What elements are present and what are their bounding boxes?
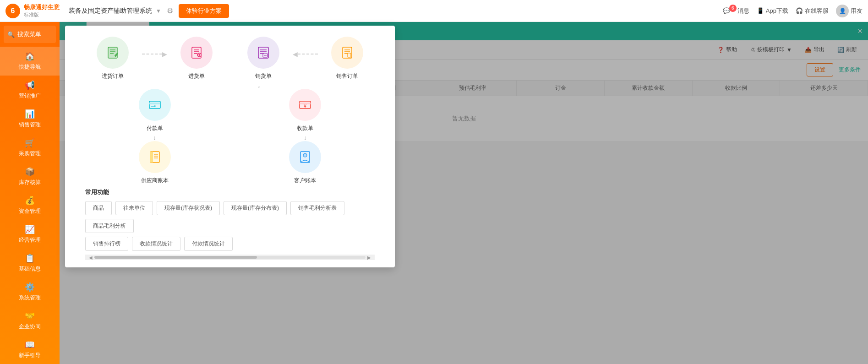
basic-info-icon: 📋 [25,253,35,263]
sidebar: 🔍 搜索菜单 🏠 快捷导航 📢 营销推广 📊 销售管理 🛒 采购管理 📦 库存核… [0,22,60,364]
svg-text:¥: ¥ [304,104,307,109]
sidebar-item-sales[interactable]: 📊 销售管理 [0,104,60,133]
dropdown-arrow-icon[interactable]: ▼ [156,8,161,14]
finance-icon: 💰 [25,196,35,206]
logo-icon: 6 [5,4,20,18]
modal-scrollbar[interactable]: ◀ ▶ [85,255,375,260]
sidebar-item-system[interactable]: ⚙️ 系统管理 [0,277,60,306]
cooperation-icon: 🤝 [25,311,35,321]
purchase-order-icon [97,37,129,69]
search-icon: 🔍 [7,31,15,38]
user-menu[interactable]: 👤 用友 [836,5,863,17]
sidebar-item-basic-info[interactable]: 📋 基础信息 [0,249,60,277]
scroll-left-icon[interactable]: ◀ [87,255,94,260]
common-func-title: 常用功能 [85,188,375,196]
message-button[interactable]: 💬 6 消息 [723,7,749,15]
header-right: 💬 6 消息 📱 App下载 🎧 在线客服 👤 用友 [723,5,863,17]
scrollbar-track[interactable] [94,256,366,259]
purchase-single-node[interactable]: 进货单 [169,37,224,80]
sidebar-item-inventory[interactable]: 📦 库存核算 [0,162,60,191]
flow-modal: 进货订单 ▶ [65,26,395,267]
customer-ledger-icon [289,141,321,173]
management-icon: 📈 [25,224,35,234]
func-btn-goods-profit[interactable]: 商品毛利分析 [85,219,134,233]
app-download-button[interactable]: 📱 App下载 [757,7,788,15]
system-icon: ⚙️ [25,282,35,292]
func-btn-stock-status[interactable]: 现存量(库存状况表) [157,201,220,215]
receipt-icon: ¥ [289,89,321,121]
trial-button[interactable]: 体验行业方案 [179,4,229,18]
sidebar-item-cooperation[interactable]: 🤝 企业协同 [0,306,60,335]
func-btn-receipt-stat[interactable]: 收款情况统计 [132,237,180,251]
headset-icon: 🎧 [796,7,803,14]
purchase-single-icon [180,37,213,69]
func-btn-goods[interactable]: 商品 [85,201,112,215]
logo-area: 6 畅康通好生意 标准版 [5,4,65,18]
receipt-node[interactable]: ¥ 收款单 [278,89,333,132]
payment-icon: ¥ [139,89,171,121]
online-service-button[interactable]: 🎧 在线客服 [796,7,829,15]
gear-icon[interactable]: ⚙ [167,6,173,15]
func-buttons-row1: 商品 往来单位 现存量(库存状况表) 现存量(库存分布表) 销售毛利分析表 商品… [85,201,375,233]
scrollbar-thumb[interactable] [94,256,257,259]
sale-order-node[interactable]: 销售订单 [320,37,375,80]
purchase-icon: 🛒 [25,138,35,148]
sale-node[interactable]: 销货单 [236,37,291,80]
sale-order-icon [331,37,363,69]
func-btn-payment-stat[interactable]: 付款情况统计 [184,237,233,251]
func-buttons-row2: 销售排行榜 收款情况统计 付款情况统计 [85,237,375,251]
download-icon: 📱 [757,7,764,14]
func-btn-stock-dist[interactable]: 现存量(库存分布表) [224,201,287,215]
sidebar-item-purchase[interactable]: 🛒 采购管理 [0,133,60,162]
svg-point-36 [303,153,307,157]
sidebar-item-newbie[interactable]: 📖 新手引导 [0,335,60,364]
inventory-icon: 📦 [25,167,35,177]
newbie-icon: 📖 [25,340,35,350]
sales-icon: 📊 [25,109,35,119]
svg-text:¥: ¥ [153,104,156,108]
top-header: 6 畅康通好生意 标准版 装备及固定资产辅助管理系统 ▼ ⚙ 体验行业方案 💬 … [0,0,868,22]
payment-node[interactable]: ¥ 付款单 [127,89,182,132]
home-icon: 🏠 [25,51,35,61]
func-btn-partners[interactable]: 往来单位 [115,201,153,215]
svg-rect-31 [150,152,153,163]
logo-text: 畅康通好生意 标准版 [24,4,60,18]
modal-overlay[interactable]: 进货订单 ▶ [60,22,868,364]
sidebar-item-management[interactable]: 📈 经营管理 [0,220,60,249]
svg-rect-22 [348,53,351,57]
search-menu-button[interactable]: 🔍 搜索菜单 [4,26,56,43]
marketing-icon: 📢 [25,80,35,90]
sidebar-item-marketing[interactable]: 📢 营销推广 [0,76,60,104]
customer-ledger-node[interactable]: 客户账本 [278,141,333,185]
purchase-order-node[interactable]: 进货订单 [85,37,140,80]
sidebar-item-quick-nav[interactable]: 🏠 快捷导航 [0,47,60,76]
supplier-ledger-icon [139,141,171,173]
supplier-ledger-node[interactable]: 供应商账本 [127,141,182,185]
sale-icon [247,37,279,69]
scroll-right-icon[interactable]: ▶ [366,255,373,260]
func-btn-sale-profit[interactable]: 销售毛利分析表 [290,201,344,215]
sidebar-item-finance[interactable]: 💰 资金管理 [0,191,60,220]
avatar: 👤 [836,5,849,17]
func-btn-sale-rank[interactable]: 销售排行榜 [85,237,128,251]
common-func-section: 常用功能 商品 往来单位 现存量(库存状况表) 现存量(库存分布表) 销售毛利分… [85,188,375,251]
system-name: 装备及固定资产辅助管理系统 ▼ ⚙ [69,6,173,15]
